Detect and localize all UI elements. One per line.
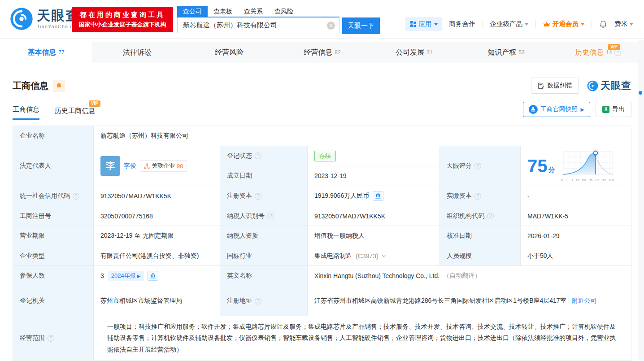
reg-number-label: 工商注册号 [13, 206, 94, 226]
arrow-right-icon: ▶ [581, 107, 584, 113]
taxpayer-id-label: 纳税人识别号? [220, 206, 308, 226]
score-value: 75分 [521, 146, 632, 186]
open-vip-menu[interactable]: 开通会员 [543, 20, 584, 28]
help-icon[interactable]: ? [487, 213, 494, 219]
tab-business-info[interactable]: 经营信息82 [276, 42, 368, 63]
taxpayer-quality-label: 纳税人资质 [220, 226, 308, 246]
subtab-history-registration[interactable]: VIP 历史工商信息 [55, 107, 95, 120]
tianyancha-logo[interactable]: 天眼查 TianYanCha.com [10, 7, 81, 30]
table-row: 统一社会信用代码? 91320507MAD7W1KK5K 注册资本? 1919.… [13, 186, 631, 206]
table-row: 成立日期 2023-12-19 [220, 166, 440, 186]
english-name-value: Xinxin Hangtu (Suzhou) Technology Co., L… [308, 266, 632, 286]
search-input[interactable] [177, 17, 339, 33]
data-correction-button[interactable]: 数据纠错 [531, 78, 579, 94]
taxpayer-id-value: 91320507MAD7W1KK5K [308, 206, 440, 226]
table-row: 参保人数 3 2024年报▶ 英文名称 [13, 266, 631, 286]
help-icon[interactable]: ? [48, 335, 54, 342]
tab-operation-risk[interactable]: 经营风险 [184, 42, 276, 63]
subtab-row: 工商信息 VIP 历史工商信息 工商官网快照 ▶ X 导 [13, 102, 631, 120]
help-icon[interactable]: ? [267, 213, 274, 219]
paid-capital-label: 实缴资本? [440, 186, 521, 206]
help-icon[interactable]: ? [255, 152, 261, 159]
search-tab-relation[interactable]: 查关系 [238, 6, 269, 17]
tianyancha-watermark-logo: 天眼查 [587, 79, 631, 92]
bell-icon [599, 20, 607, 28]
top-menu: 应用 商务合作 企业级产品 开通会员 [405, 17, 634, 31]
legal-rep-label: 法定代表人 [13, 146, 94, 186]
table-row: 经营范围? 一般项目：科技推广和应用服务；软件开发；集成电路芯片设计及服务；集成… [13, 316, 631, 360]
promo-banner: 都在用的商业查询工具 国家中小企业发展子基金旗下机构 [72, 7, 173, 32]
legal-rep-avatar[interactable]: 李 [100, 156, 120, 176]
crown-icon [543, 21, 550, 27]
tab-intellectual-property[interactable]: 知识产权53 [460, 42, 552, 63]
score-number: 75分 [527, 157, 555, 175]
company-name-label: 企业名称 [13, 126, 94, 146]
table-row: 企业类型 有限责任公司(港澳台投资、非独资) 国标行业 集成电路制造 (C397… [13, 246, 631, 266]
cooperation-menu[interactable]: 商务合作 [449, 20, 475, 28]
status-badge: 存续 [314, 151, 336, 161]
apps-menu[interactable]: 应用 [405, 17, 442, 31]
tianyancha-swirl-icon [587, 80, 598, 91]
nearby-companies-link[interactable]: 附近公司 [572, 297, 597, 304]
vip-badge: VIP [89, 100, 100, 107]
credit-code-label: 统一社会信用代码? [13, 186, 94, 206]
search-button[interactable]: 天眼一下 [342, 17, 380, 34]
tab-history-info[interactable]: VIP 历史信息14 ? [552, 42, 644, 63]
chevron-down-icon[interactable] [381, 253, 386, 257]
score-distribution-chart: 01 315 5085 9799 100 [561, 150, 615, 182]
enterprise-products-menu[interactable]: 企业级产品 [490, 20, 529, 28]
help-icon[interactable]: ? [255, 193, 261, 200]
org-code-label: 组织机构代码? [440, 206, 521, 226]
chevron-down-icon [630, 23, 633, 27]
capital-history-chart-button[interactable] [373, 191, 383, 201]
establish-date-value: 2023-12-19 [308, 166, 440, 186]
help-icon[interactable]: ? [73, 193, 79, 200]
credit-code-value: 91320507MAD7W1KK5K [94, 186, 220, 206]
english-name-label: 英文名称 [220, 266, 308, 286]
annual-report-chip[interactable]: 2024年报▶ [108, 271, 144, 281]
excel-icon: X [602, 106, 609, 113]
arrow-right-icon: ▶ [137, 274, 141, 278]
official-snapshot-button[interactable]: 工商官网快照 ▶ [523, 102, 590, 117]
tianyancha-company-page: 天眼查 TianYanCha.com 都在用的商业查询工具 国家中小企业发展子基… [0, 0, 644, 361]
bar-chart-icon [150, 273, 156, 278]
legal-rep-name-link[interactable]: 李俊 [124, 162, 136, 170]
help-icon[interactable]: ? [474, 193, 481, 200]
insured-history-chart-button[interactable] [148, 271, 158, 281]
tab-company-development[interactable]: 公司发展31 [368, 42, 460, 63]
reg-authority-label: 登记机关 [13, 286, 94, 316]
business-scope-label: 经营范围? [13, 316, 94, 360]
paid-capital-value: - [521, 186, 632, 206]
business-term-label: 营业期限 [13, 226, 94, 246]
page-scrollbar[interactable] [638, 40, 644, 361]
company-name-value: 新芯航途（苏州）科技有限公司 [94, 126, 632, 146]
related-companies-badge[interactable]: 关联企业 98 [140, 160, 187, 172]
business-info-table: 企业名称 新芯航途（苏州）科技有限公司 法定代表人 李 李俊 [13, 126, 631, 361]
score-axis-ticks: 01 315 5085 9799 100 [561, 178, 614, 182]
subtab-business-registration[interactable]: 工商信息 [13, 105, 39, 120]
search-tab-company[interactable]: 查公司 [177, 6, 208, 17]
user-menu[interactable]: 费米 [614, 20, 633, 28]
main-content: 工商信息 数据纠错 [0, 78, 644, 361]
promo-line1: 都在用的商业查询工具 [80, 11, 165, 19]
address-label: 注册地址? [220, 286, 308, 316]
help-icon[interactable]: ? [255, 298, 261, 304]
clear-search-icon[interactable]: ✕ [327, 22, 335, 30]
tab-basic-info[interactable]: 基本信息77 [0, 42, 92, 63]
export-button[interactable]: X 导出 [596, 102, 631, 117]
search-tab-boss[interactable]: 查老板 [208, 6, 238, 17]
tab-legal-litigation[interactable]: 法律诉讼 [92, 42, 184, 63]
chevron-down-icon [434, 23, 438, 27]
search-tab-risk[interactable]: 查风险 [269, 6, 299, 17]
subscribe-bell-button[interactable] [53, 80, 65, 92]
search-tabs: 查公司 查老板 查关系 查风险 [177, 6, 339, 17]
table-row: 企业名称 新芯航途（苏州）科技有限公司 [13, 126, 631, 146]
bell-icon [56, 83, 62, 89]
divider [535, 21, 536, 28]
notifications-bell[interactable] [599, 20, 607, 28]
divider [592, 21, 592, 28]
promo-line2: 国家中小企业发展子基金旗下机构 [79, 21, 166, 29]
address-value: 江苏省苏州市相城区高铁新城青龙港路286号长三角国际研发社区启动区1号楼B座4层… [308, 286, 632, 316]
help-icon[interactable]: ? [474, 163, 481, 170]
reg-status-value: 存续 [308, 146, 440, 166]
